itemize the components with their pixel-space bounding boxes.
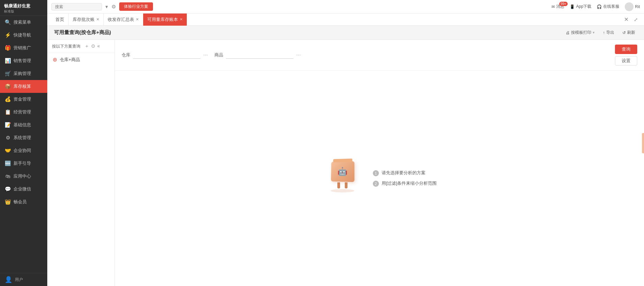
topbar-right: ✉ 消息 99+ 📱 App下载 🎧 在线客服 Rit [551, 2, 640, 11]
tab-batch[interactable]: 库存批次账✕ [69, 14, 104, 26]
sidebar-item-inventory[interactable]: 📦 库存核算 [0, 80, 47, 93]
refresh-label: 刷新 [627, 30, 635, 35]
empty-tip-1: 1 请先选择要分析的方案 [373, 170, 437, 176]
sidebar-item-sales[interactable]: 📊 销售管理 [0, 54, 47, 67]
refresh-btn[interactable]: ↺ 刷新 [620, 29, 637, 36]
user-profile-btn[interactable]: Rit [625, 2, 640, 11]
app-name: 畅康通好生意 [4, 3, 43, 9]
tabs-bar-right: ✕ ⤢ [622, 16, 640, 23]
sidebar-item-newuser[interactable]: 🆕 新手引导 [0, 157, 47, 170]
sidebar: 畅康通好生意 标准版 🔍 搜索菜单 ⚡ 快捷导航 🎁 营销推广 📊 销售管理 🛒… [0, 0, 47, 286]
sidebar-item-marketing[interactable]: 🎁 营销推广 [0, 42, 47, 54]
empty-tip-2: 2 用[过滤]条件来缩小分析范围 [373, 180, 437, 187]
sidebar-item-wechat[interactable]: 💬 企业微信 [0, 183, 47, 196]
app-download-btn[interactable]: 📱 App下载 [570, 4, 591, 9]
scroll-edge-indicator [642, 133, 644, 153]
sidebar-icon-finance: 💰 [5, 96, 11, 102]
online-service-btn[interactable]: 🎧 在线客服 [597, 4, 619, 9]
sidebar-item-operations[interactable]: 📋 经营管理 [0, 106, 47, 119]
sidebar-label-basic: 基础信息 [14, 122, 31, 128]
sidebar-item-search[interactable]: 🔍 搜索菜单 [0, 16, 47, 29]
sidebar-item-purchase[interactable]: 🛒 采购管理 [0, 67, 47, 80]
empty-illustration: 🤖 [322, 158, 363, 199]
tab-label-batch: 库存批次账 [73, 17, 95, 23]
page-content: 可用量查询(按仓库+商品) 🖨 按模板打印 ▾ ↑ 导出 ↺ 刷新 [47, 26, 644, 286]
sidebar-bottom: 👤 用户 [0, 273, 47, 286]
message-btn[interactable]: ✉ 消息 99+ [551, 4, 564, 9]
sidebar-item-member[interactable]: 👑 畅会员 [0, 196, 47, 208]
print-btn[interactable]: 🖨 按模板打印 ▾ [564, 29, 597, 36]
filter-header-icons: ＋ ⊙ « [84, 43, 100, 49]
user-avatar: 👤 [5, 276, 12, 283]
product-dots-btn[interactable]: ··· [296, 52, 301, 58]
app-download-label: App下载 [576, 4, 591, 9]
tab-close-batch[interactable]: ✕ [96, 17, 99, 22]
refresh-icon: ↺ [622, 30, 626, 35]
app-download-icon: 📱 [570, 4, 575, 9]
sidebar-item-quicknav[interactable]: ⚡ 快捷导航 [0, 29, 47, 42]
filter-item-icon: ⊛ [53, 56, 57, 63]
sidebar-icon-system: ⚙ [5, 135, 11, 141]
page-title: 可用量查询(按仓库+商品) [54, 29, 111, 36]
warehouse-label: 仓库 [122, 52, 130, 58]
search-input[interactable] [51, 3, 102, 10]
sidebar-label-member: 畅会员 [14, 199, 27, 205]
settings-btn[interactable]: 设置 [615, 56, 637, 66]
user-avatar-top [625, 2, 634, 11]
query-btn[interactable]: 查询 [615, 45, 637, 54]
industry-button[interactable]: 体验行业方案 [119, 2, 153, 11]
sidebar-icon-basic: 📝 [5, 122, 11, 128]
query-actions: 查询 设置 [615, 45, 637, 66]
empty-state: 🤖 1 请先选择要分析的 [115, 71, 644, 286]
tip2-num: 2 [373, 181, 379, 187]
sidebar-icon-operations: 📋 [5, 109, 11, 115]
sidebar-item-finance[interactable]: 💰 资金管理 [0, 93, 47, 106]
filter-panel: 按以下方案查询 ＋ ⊙ « ⊛ 仓库+商品 [47, 40, 115, 286]
print-dropdown-icon[interactable]: ▾ [593, 30, 595, 35]
tab-close-all-btn[interactable]: ✕ [622, 16, 630, 23]
sidebar-label-quicknav: 快捷导航 [14, 32, 31, 38]
tabs-bar: 首页库存批次账✕收发存汇总表✕可用量库存账本✕ ✕ ⤢ [47, 14, 644, 26]
robot-shadow [331, 189, 354, 192]
filter-collapse-icon[interactable]: « [97, 43, 100, 49]
tab-expand-btn[interactable]: ⤢ [632, 16, 640, 23]
sidebar-item-apps[interactable]: 🛍 应用中心 [0, 170, 47, 183]
warehouse-dots-btn[interactable]: ··· [203, 52, 208, 58]
sidebar-item-collab[interactable]: 🤝 企业协同 [0, 144, 47, 157]
sidebar-icon-wechat: 💬 [5, 186, 11, 192]
robot-face: 🤖 [337, 167, 347, 176]
tab-home[interactable]: 首页 [51, 14, 69, 26]
tab-close-summary[interactable]: ✕ [136, 17, 139, 22]
headset-icon: 🎧 [597, 4, 602, 9]
tab-available[interactable]: 可用量库存账本✕ [143, 14, 187, 26]
sidebar-icon-collab: 🤝 [5, 148, 11, 154]
sidebar-icon-newuser: 🆕 [5, 160, 11, 166]
robot-legs [337, 182, 347, 188]
sidebar-label-purchase: 采购管理 [14, 71, 31, 77]
topbar-gear-icon[interactable]: ⚙ [111, 4, 116, 10]
tab-summary[interactable]: 收发存汇总表✕ [104, 14, 143, 26]
empty-text: 1 请先选择要分析的方案 2 用[过滤]条件来缩小分析范围 [373, 170, 437, 187]
product-input[interactable] [226, 51, 293, 59]
sidebar-label-finance: 资金管理 [14, 96, 31, 102]
tip1-text: 请先选择要分析的方案 [382, 170, 426, 176]
page-header: 可用量查询(按仓库+商品) 🖨 按模板打印 ▾ ↑ 导出 ↺ 刷新 [47, 26, 644, 40]
content-body: 按以下方案查询 ＋ ⊙ « ⊛ 仓库+商品 仓库 ··· [47, 40, 644, 286]
sidebar-icon-quicknav: ⚡ [5, 32, 11, 38]
sidebar-label-search: 搜索菜单 [14, 19, 31, 25]
filter-item-仓库+商品[interactable]: ⊛ 仓库+商品 [47, 53, 114, 66]
topbar-dropdown[interactable]: ▾ [105, 4, 108, 10]
warehouse-field-group: 仓库 ··· [122, 51, 208, 59]
tab-close-available[interactable]: ✕ [180, 17, 183, 22]
product-label: 商品 [214, 52, 223, 58]
export-btn[interactable]: ↑ 导出 [601, 29, 616, 36]
app-logo: 畅康通好生意 标准版 [0, 0, 47, 16]
filter-settings-icon[interactable]: ⊙ [91, 43, 95, 49]
sidebar-label-inventory: 库存核算 [14, 83, 31, 89]
sidebar-label-operations: 经营管理 [14, 109, 31, 115]
sidebar-item-system[interactable]: ⚙ 系统管理 [0, 131, 47, 144]
filter-add-icon[interactable]: ＋ [84, 43, 89, 49]
sidebar-item-basic[interactable]: 📝 基础信息 [0, 119, 47, 131]
tab-label-available: 可用量库存账本 [147, 17, 178, 23]
warehouse-input[interactable] [133, 51, 201, 59]
